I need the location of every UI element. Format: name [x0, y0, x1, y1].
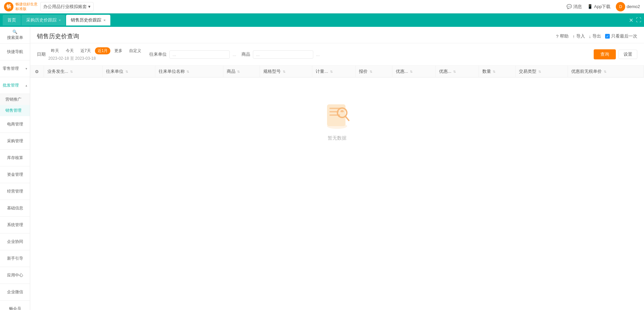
message-button[interactable]: 💬 消息 [567, 4, 582, 10]
sort-icon: ⇅ [237, 70, 240, 73]
table-col-product[interactable]: 商品 ⇅ [223, 66, 260, 78]
svg-line-6 [345, 116, 349, 120]
table-col-discount2[interactable]: 优惠... ⇅ [435, 66, 479, 78]
table-header-row: ⚙ 业务发生... ⇅ 往来单位 ⇅ 往来单位名称 [30, 66, 644, 78]
sidebar-item-new-guide[interactable]: 新手引导 [0, 250, 30, 267]
chevron-down-icon: ▾ [25, 67, 27, 70]
sidebar-item-retail[interactable]: 零售管理 ▾ [0, 60, 30, 77]
svg-point-9 [342, 112, 344, 115]
table-col-discount1[interactable]: 优惠... ⇅ [392, 66, 435, 78]
data-table: ⚙ 业务发生... ⇅ 往来单位 ⇅ 往来单位名称 [30, 66, 644, 78]
workspace-selector[interactable]: 办公用品行业模拟账套 ▾ [40, 2, 94, 11]
date-chips: 昨天 今天 近7天 近1月 更多 自定义 [48, 47, 144, 54]
chevron-up-icon: ▴ [25, 84, 27, 87]
sort-icon: ⇅ [493, 70, 495, 73]
table-container: ⚙ 业务发生... ⇅ 往来单位 ⇅ 往来单位名称 [30, 66, 644, 310]
close-tab-action[interactable]: ✕ [629, 17, 633, 23]
sort-icon: ⇅ [125, 70, 128, 73]
chip-1month[interactable]: 近1月 [95, 47, 111, 54]
sidebar-item-app-center[interactable]: 应用中心 [0, 267, 30, 284]
tab-purchase-close[interactable]: × [59, 18, 61, 22]
product-input[interactable] [253, 50, 313, 59]
settings-button[interactable]: 设置 [619, 50, 637, 59]
chip-more[interactable]: 更多 [112, 47, 125, 54]
sidebar-item-basic[interactable]: 基础信息 [0, 200, 30, 217]
tab-purchase-label: 采购历史价跟踪 [26, 17, 57, 23]
export-icon: ↓ [589, 34, 591, 39]
sidebar-item-purchase[interactable]: 采购管理 [0, 133, 30, 150]
partner-filter-group: 往来单位 ... [149, 50, 236, 59]
chip-7days[interactable]: 近7天 [78, 47, 94, 54]
user-menu[interactable]: D demo2 [616, 2, 640, 11]
product-filter-group: 商品 ... [241, 50, 320, 59]
sidebar-sub-item-sales[interactable]: 销售管理 [0, 105, 30, 116]
sidebar-item-wechat[interactable]: 企业微信 [0, 284, 30, 301]
sidebar-item-finance[interactable]: 资金管理 [0, 166, 30, 183]
fullscreen-action[interactable]: ⛶ [636, 17, 641, 23]
partner-dots[interactable]: ... [232, 52, 236, 57]
sort-icon: ⇅ [370, 70, 372, 73]
sidebar-item-inventory[interactable]: 库存核算 [0, 150, 30, 166]
sidebar-item-quick-nav[interactable]: 快捷导航 [0, 44, 30, 60]
empty-icon [320, 98, 354, 131]
table-col-quantity[interactable]: 数量 ⇅ [479, 66, 515, 78]
sidebar-item-ecommerce[interactable]: 电商管理 [0, 116, 30, 133]
tab-home[interactable]: 首页 [3, 15, 21, 25]
top-bar-right: 💬 消息 📱 App下载 D demo2 [567, 2, 640, 11]
tab-sales-history[interactable]: 销售历史价跟踪 × [66, 15, 110, 25]
sidebar-item-enterprise[interactable]: 企业协同 [0, 234, 30, 250]
product-label: 商品 [241, 51, 250, 57]
empty-state: 暂无数据 [30, 78, 644, 161]
date-range-text: 2023-02-18 至 2023-03-18 [48, 56, 144, 61]
sort-icon: ⇅ [283, 70, 285, 73]
avatar: D [616, 2, 625, 11]
tab-sales-label: 销售历史价跟踪 [71, 17, 101, 23]
sidebar-item-search[interactable]: 🔍 搜索菜单 [0, 27, 30, 44]
settings-icon: ⚙ [35, 69, 39, 74]
filter-bar: 日期 昨天 今天 近7天 近1月 更多 自定义 2023-02-18 至 202… [30, 43, 644, 66]
table-col-partner-code[interactable]: 往来单位 ⇅ [103, 66, 155, 78]
import-button[interactable]: ↑ 导入 [573, 33, 585, 39]
tab-purchase-history[interactable]: 采购历史价跟踪 × [21, 15, 65, 25]
export-button[interactable]: ↓ 导出 [589, 33, 601, 39]
sort-icon: ⇅ [186, 70, 189, 73]
date-label: 日期 [37, 51, 46, 57]
page-header-actions: ? 帮助 ↑ 导入 ↓ 导出 ✓ 只看最后一次 [556, 33, 637, 39]
chip-today[interactable]: 今天 [63, 47, 76, 54]
logo-area: 畅 畅捷信好生意 标准版 [4, 2, 38, 11]
sidebar: 🔍 搜索菜单 快捷导航 零售管理 ▾ 批发管理 ▴ 营销推广 销售管理 电商管理… [0, 27, 30, 310]
table-col-quote[interactable]: 报价 ⇅ [356, 66, 392, 78]
sidebar-item-operations[interactable]: 经营管理 [0, 183, 30, 200]
table-col-partner-name[interactable]: 往来单位名称 ⇅ [155, 66, 223, 78]
top-bar-left: 畅 畅捷信好生意 标准版 办公用品行业模拟账套 ▾ [4, 2, 94, 11]
table-col-business-date[interactable]: 业务发生... ⇅ [44, 66, 103, 78]
import-icon: ↑ [573, 34, 575, 39]
sidebar-item-system[interactable]: 系统管理 [0, 217, 30, 234]
page-header: 销售历史价查询 ? 帮助 ↑ 导入 ↓ 导出 ✓ [30, 27, 644, 43]
search-icon: 🔍 [12, 30, 17, 34]
tab-home-label: 首页 [7, 17, 16, 23]
only-last-checkbox[interactable]: ✓ 只看最后一次 [605, 33, 637, 39]
sidebar-sub-item-marketing[interactable]: 营销推广 [0, 94, 30, 105]
query-button[interactable]: 查询 [594, 49, 616, 59]
table-col-settings[interactable]: ⚙ [30, 66, 44, 78]
app-icon: 📱 [587, 4, 593, 9]
sidebar-item-member[interactable]: 畅会员 [0, 301, 30, 310]
help-button[interactable]: ? 帮助 [556, 33, 569, 39]
app-download-button[interactable]: 📱 App下载 [587, 4, 610, 10]
table-col-pretax-price[interactable]: 优惠前无税单价 ⇅ [568, 66, 644, 78]
tab-bar: 首页 采购历史价跟踪 × 销售历史价跟踪 × ✕ ⛶ [0, 13, 644, 27]
date-filter-group: 日期 昨天 今天 近7天 近1月 更多 自定义 2023-02-18 至 202… [37, 47, 144, 61]
table-col-trade-type[interactable]: 交易类型 ⇅ [516, 66, 568, 78]
partner-input[interactable] [169, 50, 230, 59]
filter-right-actions: 查询 设置 [594, 49, 637, 59]
chip-yesterday[interactable]: 昨天 [48, 47, 62, 54]
product-dots[interactable]: ... [316, 52, 320, 57]
sidebar-item-wholesale[interactable]: 批发管理 ▴ [0, 77, 30, 94]
empty-text: 暂无数据 [328, 135, 346, 141]
page-title: 销售历史价查询 [37, 32, 79, 40]
table-col-unit[interactable]: 计量... ⇅ [312, 66, 356, 78]
tab-sales-close[interactable]: × [103, 18, 105, 22]
table-col-spec[interactable]: 规格型号 ⇅ [260, 66, 312, 78]
chip-custom[interactable]: 自定义 [126, 47, 144, 54]
